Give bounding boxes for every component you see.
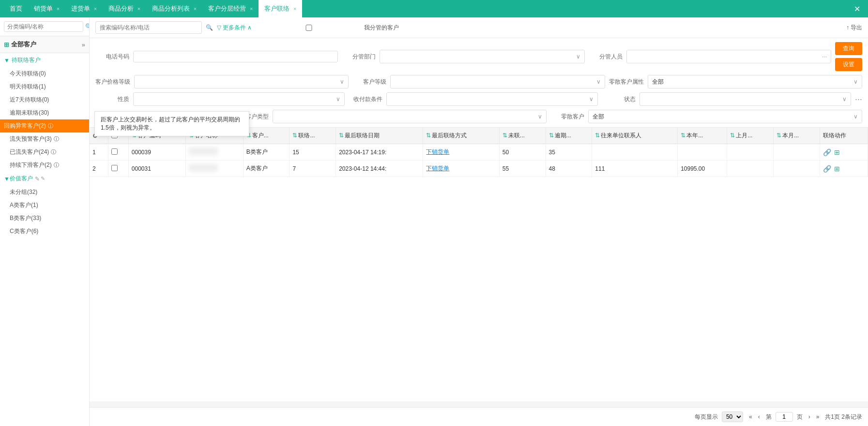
row2-this-month [774, 161, 820, 177]
price-grade-select[interactable]: ∨ [134, 75, 349, 88]
settings-button[interactable]: 设置 [835, 58, 862, 71]
sidebar-item-class-a[interactable]: A类客户(1) [0, 199, 89, 212]
next-page-button[interactable]: › [807, 412, 812, 421]
search-input[interactable] [95, 21, 202, 34]
sidebar-item-class-c[interactable]: C类客户(6) [0, 225, 89, 238]
row2-contact-icon[interactable]: 🔗 [823, 165, 831, 173]
last-month-col-header[interactable]: ⇅上月... [727, 128, 774, 144]
more-filters-icon[interactable]: ··· [855, 95, 862, 103]
first-page-button[interactable]: « [747, 412, 754, 421]
row2-overdue: 48 [546, 161, 592, 177]
nav-customer-contact[interactable]: 客户联络 × [259, 0, 302, 17]
nav-product-analysis-list[interactable]: 商品分析列表 × [146, 0, 202, 17]
value-customers-section[interactable]: ▼ 价值客户 ✎ ✎ [0, 172, 89, 186]
row1-contact-icon[interactable]: 🔗 [823, 148, 831, 156]
export-button[interactable]: ↑ 导出 [846, 24, 862, 32]
nav-sales-order[interactable]: 销货单 × [28, 0, 65, 17]
sidebar-item-continuous-decline[interactable]: 持续下滑客户(2) ⓘ [0, 159, 89, 172]
nav-customer-segment[interactable]: 客户分层经营 × [202, 0, 259, 17]
row1-last-month [727, 144, 774, 161]
query-button[interactable]: 查询 [835, 42, 862, 55]
uncontact-days-col-header[interactable]: ⇅未联... [499, 128, 546, 144]
phone-input[interactable] [133, 51, 338, 62]
customer-grade-select[interactable]: ∨ [390, 75, 606, 88]
row2-last-contact-method[interactable]: 下销货单 [423, 161, 499, 177]
customer-type-select[interactable]: ∨ [273, 110, 547, 123]
more-conditions-button[interactable]: ▽ 更多条件 ∧ [217, 24, 252, 32]
close-product-analysis-list-icon[interactable]: × [194, 6, 197, 12]
this-month-sort-icon: ⇅ [777, 132, 781, 139]
gender-field: 性质 ∨ [95, 92, 345, 106]
export-icon: ↑ [846, 24, 849, 31]
nav-home[interactable]: 首页 [4, 0, 28, 17]
row2-contact-method-link[interactable]: 下销货单 [426, 165, 449, 172]
pending-contact-section[interactable]: ▼ 待联络客户 [0, 53, 89, 67]
sidebar-item-7days[interactable]: 近7天待联络(0) [0, 93, 89, 106]
row1-name [186, 144, 243, 161]
status-select[interactable]: ∨ [640, 92, 851, 106]
row1-checkbox-cell[interactable] [108, 144, 128, 161]
nav-product-analysis[interactable]: 商品分析 × [103, 0, 146, 17]
status-field: 状态 ∨ [602, 92, 851, 106]
page-number-input[interactable] [776, 412, 793, 422]
row2-more-icon[interactable]: ⊞ [834, 165, 840, 173]
sidebar-item-class-b[interactable]: B类客户(33) [0, 212, 89, 225]
contact-count-col-header[interactable]: ⇅联络... [289, 128, 336, 144]
sidebar-item-lost-warning[interactable]: 流失预警客户(3) ⓘ [0, 132, 89, 146]
all-customers-icon: ⊞ [4, 41, 9, 48]
row2-code: 000031 [128, 161, 185, 177]
overdue-col-header[interactable]: ⇅逾期... [546, 128, 592, 144]
top-navigation: 首页 销货单 × 进货单 × 商品分析 × 商品分析列表 × 客户分层经营 × … [0, 0, 868, 17]
page-suffix-label: 页 [795, 412, 805, 422]
gender-select[interactable]: ∨ [133, 92, 345, 106]
this-year-col-header[interactable]: ⇅本年... [678, 128, 727, 144]
retail-customers-select[interactable]: 全部 ∨ [588, 110, 862, 123]
close-product-analysis-icon[interactable]: × [137, 6, 140, 12]
last-contact-date-col-header[interactable]: ⇅最后联络日期 [336, 128, 423, 144]
row1-action: 🔗 ⊞ [820, 144, 868, 161]
search-button-icon[interactable]: 🔍 [206, 24, 213, 31]
last-page-button[interactable]: » [814, 412, 822, 421]
row1-checkbox[interactable] [111, 148, 118, 155]
close-customer-segment-icon[interactable]: × [250, 6, 253, 12]
this-month-col-header[interactable]: ⇅本月... [774, 128, 820, 144]
sidebar-item-repurchase-abnormal[interactable]: 回购异常客户(2) ⓘ [0, 119, 89, 132]
row1-last-contact-method[interactable]: 下销货单 [423, 144, 499, 161]
sidebar-item-ungrouped[interactable]: 未分组(32) [0, 186, 89, 199]
retail-customers-field: 零散客户 全部 ∨ [550, 110, 862, 123]
contacts-col-header[interactable]: ⇅往来单位联系人 [592, 128, 678, 144]
last-contact-method-col-header[interactable]: ⇅最后联络方式 [423, 128, 499, 144]
sidebar-search-icon[interactable]: 🔍 [85, 23, 90, 30]
horizontal-scrollbar[interactable] [90, 401, 868, 407]
payment-select[interactable]: ∨ [386, 92, 598, 106]
nav-purchase-order[interactable]: 进货单 × [65, 0, 103, 17]
collapse-sidebar-icon[interactable]: » [82, 41, 85, 48]
row2-checkbox-cell[interactable] [108, 161, 128, 177]
sidebar-search-area: 🔍 [0, 17, 89, 36]
already-lost-info-icon: ⓘ [51, 148, 56, 156]
sidebar-item-already-lost[interactable]: 已流失客户(24) ⓘ [0, 146, 89, 159]
grade-col-header[interactable]: ⇅客户... [243, 128, 289, 144]
sidebar-item-tomorrow[interactable]: 明天待联络(1) [0, 80, 89, 93]
filter-row-1: 电话号码 分管部门 ∨ 分管人员 ··· [95, 42, 862, 71]
row1-this-month [774, 144, 820, 161]
per-page-select[interactable]: 50 [722, 411, 743, 422]
my-customers-checkbox[interactable] [256, 25, 362, 31]
sidebar-item-today[interactable]: 今天待联络(0) [0, 67, 89, 80]
sidebar-item-overdue[interactable]: 逾期未联络(30) [0, 106, 89, 119]
edit-value-customers2-icon[interactable]: ✎ [41, 176, 45, 182]
close-customer-contact-icon[interactable]: × [293, 6, 296, 12]
category-search-input[interactable] [4, 21, 83, 32]
dept-select[interactable]: ∨ [380, 50, 584, 63]
row1-more-icon[interactable]: ⊞ [834, 148, 840, 156]
window-close-button[interactable]: ✕ [850, 4, 864, 14]
edit-value-customers-icon[interactable]: ✎ [35, 176, 40, 182]
close-purchase-order-icon[interactable]: × [94, 6, 97, 12]
row1-contact-method-link[interactable]: 下销货单 [426, 148, 449, 155]
manager-select[interactable]: ··· [626, 50, 831, 63]
retail-attr-select[interactable]: 全部 ∨ [648, 75, 862, 88]
row2-checkbox[interactable] [111, 165, 118, 171]
filter-row-2: 客户价格等级 ∨ 客户等级 ∨ 零散客户属性 全部 [95, 75, 862, 88]
prev-page-button[interactable]: ‹ [756, 412, 762, 421]
close-sales-order-icon[interactable]: × [57, 6, 60, 12]
